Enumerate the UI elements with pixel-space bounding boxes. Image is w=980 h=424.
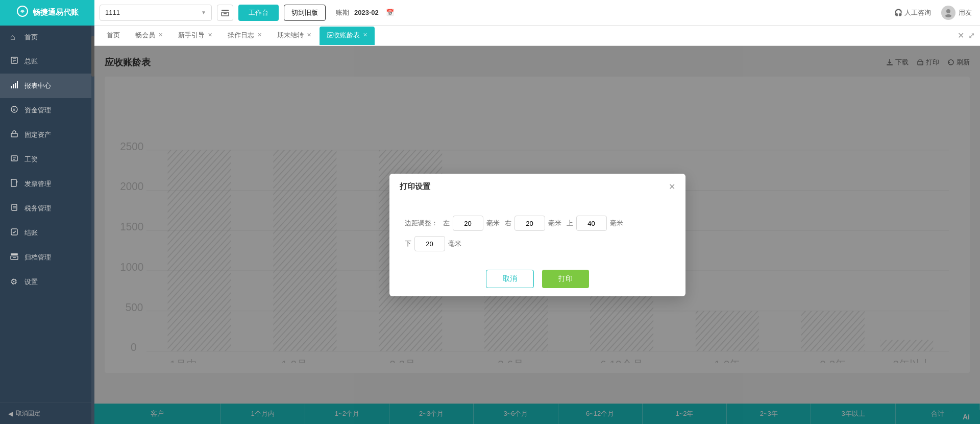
main-layout: ⌂ 首页 总账 报表中心 ¥ 资金管理 固定资产 — [0, 26, 980, 424]
support-button[interactable]: 🎧 人工咨询 — [894, 8, 931, 17]
sidebar-item-ledger[interactable]: 总账 — [0, 49, 94, 74]
tab-guide[interactable]: 新手引导 ✕ — [171, 27, 219, 45]
logo-area: 畅捷通易代账 — [0, 0, 94, 26]
tabs-bar: 首页 畅会员 ✕ 新手引导 ✕ 操作日志 ✕ 期末结转 ✕ 应收账龄表 ✕ — [94, 26, 980, 46]
calendar-icon[interactable]: 📅 — [386, 9, 394, 16]
company-name: 1111 — [105, 9, 198, 16]
svg-rect-17 — [11, 156, 17, 161]
svg-rect-20 — [11, 179, 16, 186]
logo-icon — [16, 5, 29, 20]
confirm-print-button[interactable]: 打印 — [542, 270, 589, 288]
sidebar: ⌂ 首页 总账 报表中心 ¥ 资金管理 固定资产 — [0, 26, 94, 424]
margin-label: 边距调整： — [405, 219, 438, 228]
archive-button[interactable] — [217, 5, 233, 21]
tab-actions: ✕ ⤢ — [958, 31, 975, 40]
collapse-icon: ◀ — [8, 410, 13, 417]
right-margin-input[interactable] — [514, 216, 545, 231]
svg-rect-12 — [15, 83, 16, 88]
sidebar-item-settings[interactable]: ⚙ 设置 — [0, 270, 94, 294]
print-settings-modal: 打印设置 ✕ 边距调整： 左 毫米 右 — [389, 174, 685, 296]
sidebar-item-assets[interactable]: 固定资产 — [0, 123, 94, 147]
tab-close-yearend[interactable]: ✕ — [307, 32, 311, 38]
modal-title: 打印设置 — [400, 182, 430, 192]
sidebar-item-checkout[interactable]: 结账 — [0, 221, 94, 245]
top-margin-group: 上 毫米 — [567, 216, 623, 231]
top-prefix: 上 — [567, 219, 573, 228]
modal-footer: 取消 打印 — [389, 262, 685, 296]
archive-icon — [10, 252, 19, 263]
tab-oplog[interactable]: 操作日志 ✕ — [220, 27, 269, 45]
tab-member[interactable]: 畅会员 ✕ — [128, 27, 170, 45]
tab-home[interactable]: 首页 — [100, 27, 127, 45]
workbench-button[interactable]: 工作台 — [238, 5, 279, 21]
svg-text:¥: ¥ — [12, 107, 16, 112]
top-header: 畅捷通易代账 1111 ▼ 工作台 切到旧版 账期 2023-02 📅 🎧 人工… — [0, 0, 980, 26]
logo-text: 畅捷通易代账 — [33, 8, 79, 17]
sidebar-item-home[interactable]: ⌂ 首页 — [0, 26, 94, 49]
funds-icon: ¥ — [10, 105, 19, 115]
svg-rect-11 — [13, 84, 14, 88]
tab-close-guide[interactable]: ✕ — [208, 32, 212, 38]
svg-rect-1 — [222, 10, 229, 11]
tab-close-oplog[interactable]: ✕ — [257, 32, 262, 38]
top-margin-input[interactable] — [576, 216, 607, 231]
period-label: 账期 — [336, 8, 349, 17]
sidebar-item-invoice[interactable]: 发票管理 — [0, 172, 94, 196]
header-right: 🎧 人工咨询 用友 — [894, 6, 972, 20]
bottom-prefix: 下 — [405, 239, 411, 248]
svg-rect-13 — [17, 81, 18, 88]
sidebar-collapse[interactable]: ◀ 取消固定 — [0, 403, 94, 424]
tab-close-member[interactable]: ✕ — [158, 32, 163, 38]
checkout-icon — [10, 228, 19, 238]
home-icon: ⌂ — [10, 33, 19, 42]
top-unit: 毫米 — [610, 219, 623, 228]
svg-point-5 — [945, 14, 951, 17]
svg-rect-21 — [12, 204, 17, 210]
margin-row: 边距调整： 左 毫米 右 毫米 — [405, 216, 670, 251]
switch-version-button[interactable]: 切到旧版 — [284, 5, 326, 21]
left-prefix: 左 — [443, 219, 450, 228]
invoice-icon — [10, 179, 19, 189]
right-margin-group: 右 毫米 — [505, 216, 561, 231]
tab-yearend[interactable]: 期末结转 ✕ — [270, 27, 318, 45]
left-unit: 毫米 — [486, 219, 500, 228]
period-value: 2023-02 — [354, 9, 379, 16]
svg-rect-16 — [11, 133, 17, 137]
bottom-margin-group: 下 毫米 — [405, 236, 461, 251]
bottom-unit: 毫米 — [448, 239, 461, 248]
dropdown-icon: ▼ — [201, 10, 206, 15]
sidebar-item-funds[interactable]: ¥ 资金管理 — [0, 98, 94, 123]
tab-close-all[interactable]: ✕ — [958, 31, 964, 40]
bottom-margin-input[interactable] — [414, 236, 445, 251]
settings-icon: ⚙ — [10, 277, 19, 287]
svg-rect-27 — [13, 257, 16, 258]
sidebar-item-payroll[interactable]: 工资 — [0, 147, 94, 172]
payroll-icon — [10, 154, 19, 164]
ledger-icon — [10, 56, 19, 66]
modal-close-button[interactable]: ✕ — [669, 182, 675, 192]
tab-expand[interactable]: ⤢ — [968, 31, 975, 40]
modal-header: 打印设置 ✕ — [389, 174, 685, 200]
sidebar-item-archive[interactable]: 归档管理 — [0, 245, 94, 270]
svg-point-4 — [946, 9, 950, 13]
tab-aging[interactable]: 应收账龄表 ✕ — [320, 27, 375, 45]
right-unit: 毫米 — [548, 219, 561, 228]
reports-icon — [10, 81, 19, 91]
assets-icon — [10, 130, 19, 140]
company-selector[interactable]: 1111 ▼ — [100, 5, 212, 21]
page-content: 应收账龄表 下载 打印 刷新 — [94, 46, 980, 424]
tax-icon — [10, 203, 19, 214]
left-margin-group: 左 毫米 — [443, 216, 500, 231]
cancel-button[interactable]: 取消 — [486, 270, 534, 288]
modal-overlay: 打印设置 ✕ 边距调整： 左 毫米 右 — [94, 46, 980, 424]
modal-body: 边距调整： 左 毫米 右 毫米 — [389, 200, 685, 262]
sidebar-item-reports[interactable]: 报表中心 — [0, 74, 94, 98]
user-button[interactable]: 用友 — [941, 6, 972, 20]
left-margin-input[interactable] — [453, 216, 483, 231]
tab-close-aging[interactable]: ✕ — [363, 32, 368, 38]
svg-rect-10 — [11, 86, 12, 88]
right-prefix: 右 — [505, 219, 511, 228]
content-area: 首页 畅会员 ✕ 新手引导 ✕ 操作日志 ✕ 期末结转 ✕ 应收账龄表 ✕ — [94, 26, 980, 424]
svg-rect-25 — [11, 253, 18, 255]
sidebar-item-tax[interactable]: 税务管理 — [0, 196, 94, 221]
